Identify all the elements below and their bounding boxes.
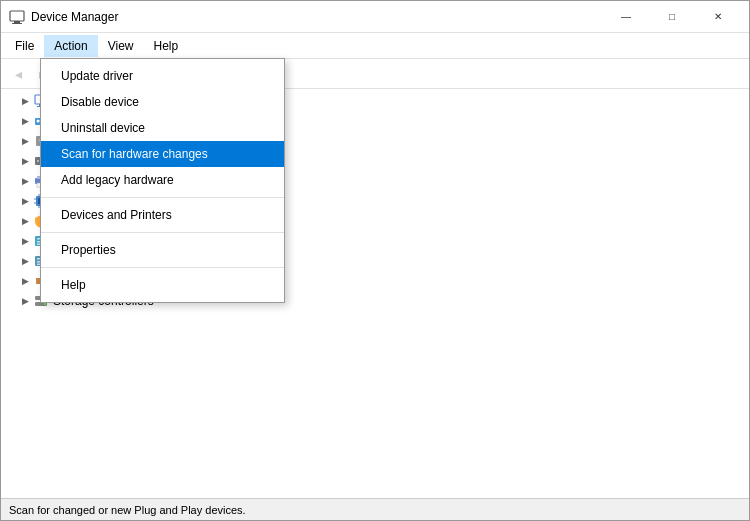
app-icon: [9, 9, 25, 25]
status-text: Scan for changed or new Plug and Play de…: [9, 504, 246, 516]
expander-storage[interactable]: ▶: [17, 293, 33, 309]
svg-rect-4: [39, 104, 43, 106]
svg-rect-31: [37, 241, 45, 243]
expander-ports[interactable]: ▶: [17, 153, 33, 169]
tree-item-print[interactable]: ▶ Print queues: [1, 171, 749, 191]
svg-point-8: [40, 120, 43, 123]
maximize-button[interactable]: □: [649, 1, 695, 33]
device-tree[interactable]: ▶ Monitors ▶ Network adapters ▶: [1, 89, 749, 498]
svg-rect-30: [37, 238, 45, 240]
svg-point-13: [37, 160, 39, 162]
label-print: Print queues: [53, 174, 120, 188]
expander-sound[interactable]: ▶: [17, 273, 33, 289]
toolbar: ◂ ▸: [1, 59, 749, 89]
status-bar: Scan for changed or new Plug and Play de…: [1, 498, 749, 520]
svg-rect-37: [36, 278, 41, 284]
expander-other[interactable]: ▶: [17, 133, 33, 149]
svg-rect-34: [37, 258, 45, 260]
tree-item-sound[interactable]: ▶ Sound, video and game controllers: [1, 271, 749, 291]
menu-bar: File Action View Help: [1, 33, 749, 59]
title-bar: Device Manager — □ ✕: [1, 1, 749, 33]
label-ports: Ports (COM & LPT): [53, 154, 157, 168]
window-controls: — □ ✕: [603, 1, 741, 33]
svg-rect-2: [12, 23, 22, 24]
tree-item-storage[interactable]: ▶ Storage controllers: [1, 291, 749, 311]
icon-print: [33, 173, 49, 189]
svg-point-15: [43, 160, 45, 162]
icon-processors: [33, 193, 49, 209]
svg-point-7: [37, 120, 40, 123]
svg-rect-35: [37, 261, 45, 263]
device-manager-window: Device Manager — □ ✕ File Action View He…: [0, 0, 750, 521]
label-other: Other devices: [53, 134, 127, 148]
label-storage: Storage controllers: [53, 294, 154, 308]
icon-storage: [33, 293, 49, 309]
svg-text:?: ?: [39, 137, 44, 146]
back-button[interactable]: ◂: [7, 63, 29, 85]
menu-help[interactable]: Help: [144, 35, 189, 57]
svg-point-9: [43, 120, 46, 123]
label-network: Network adapters: [53, 114, 147, 128]
expander-print[interactable]: ▶: [17, 173, 33, 189]
tree-item-other[interactable]: ▶ ? Other devices: [1, 131, 749, 151]
icon-software-components: [33, 233, 49, 249]
forward-button[interactable]: ▸: [31, 63, 53, 85]
menu-action[interactable]: Action: [44, 35, 97, 57]
tree-item-software-devices[interactable]: ▶ Software devices: [1, 251, 749, 271]
icon-sound: [33, 273, 49, 289]
icon-ports: [33, 153, 49, 169]
expander-software-devices[interactable]: ▶: [17, 253, 33, 269]
label-sound: Sound, video and game controllers: [53, 274, 238, 288]
tree-item-monitors[interactable]: ▶ Monitors: [1, 91, 749, 111]
label-processors: Processors: [53, 194, 113, 208]
tree-item-ports[interactable]: ▶ Ports (COM & LPT): [1, 151, 749, 171]
label-software-components: Software components: [53, 234, 169, 248]
expander-software-components[interactable]: ▶: [17, 233, 33, 249]
svg-rect-3: [35, 95, 47, 104]
svg-rect-36: [37, 264, 42, 266]
icon-network: [33, 113, 49, 129]
svg-rect-0: [10, 11, 24, 21]
svg-rect-5: [37, 106, 45, 107]
menu-file[interactable]: File: [5, 35, 44, 57]
expander-monitors[interactable]: ▶: [17, 93, 33, 109]
label-software-devices: Software devices: [53, 254, 144, 268]
expander-network[interactable]: ▶: [17, 113, 33, 129]
expander-processors[interactable]: ▶: [17, 193, 33, 209]
tree-item-processors[interactable]: ▶ Processors: [1, 191, 749, 211]
svg-rect-18: [37, 183, 45, 187]
svg-rect-17: [37, 176, 45, 179]
window-title: Device Manager: [31, 10, 603, 24]
icon-security: [33, 213, 49, 229]
menu-view[interactable]: View: [98, 35, 144, 57]
icon-other: ?: [33, 133, 49, 149]
svg-rect-32: [37, 244, 42, 246]
label-monitors: Monitors: [53, 94, 99, 108]
svg-point-41: [44, 297, 46, 299]
svg-point-42: [44, 303, 46, 305]
svg-marker-38: [41, 277, 46, 285]
tree-item-network[interactable]: ▶ Network adapters: [1, 111, 749, 131]
icon-monitors: [33, 93, 49, 109]
icon-software-devices: [33, 253, 49, 269]
expander-security[interactable]: ▶: [17, 213, 33, 229]
minimize-button[interactable]: —: [603, 1, 649, 33]
svg-rect-1: [14, 21, 20, 23]
tree-item-security[interactable]: ▶ Security devices: [1, 211, 749, 231]
close-button[interactable]: ✕: [695, 1, 741, 33]
label-security: Security devices: [53, 214, 140, 228]
tree-item-software-components[interactable]: ▶ Software components: [1, 231, 749, 251]
svg-rect-20: [38, 198, 44, 204]
svg-point-14: [40, 160, 42, 162]
content-area: ▶ Monitors ▶ Network adapters ▶: [1, 89, 749, 498]
